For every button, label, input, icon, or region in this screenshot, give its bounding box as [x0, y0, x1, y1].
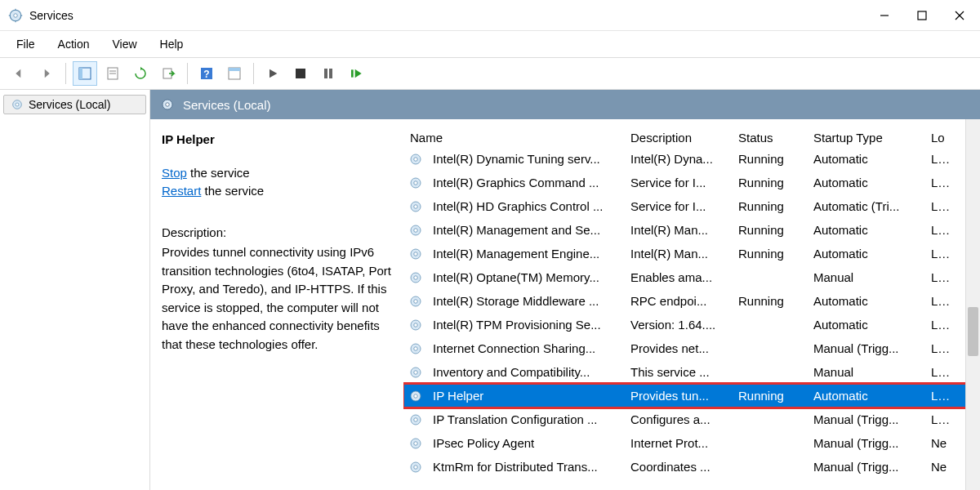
gear-icon — [11, 98, 24, 111]
svg-rect-23 — [351, 69, 354, 77]
service-row[interactable]: Inventory and Compatibility...This servi… — [403, 360, 980, 384]
cell-logon: Loc — [924, 199, 957, 213]
cell-logon: Loc — [924, 223, 957, 237]
cell-startup: Automatic — [807, 152, 924, 166]
column-header-name[interactable]: Name — [403, 131, 624, 145]
column-header-status[interactable]: Status — [732, 131, 807, 145]
export-button[interactable] — [156, 61, 180, 86]
cell-description: Provides net... — [624, 341, 732, 355]
cell-logon: Loc — [924, 341, 957, 355]
stop-service-line: Stop the service — [162, 164, 395, 183]
cell-startup: Automatic (Tri... — [807, 199, 924, 213]
stop-suffix: the service — [187, 166, 250, 180]
stop-service-button[interactable] — [288, 61, 313, 86]
menu-view[interactable]: View — [102, 34, 146, 54]
svg-rect-20 — [296, 69, 305, 78]
service-row[interactable]: Intel(R) Management and Se...Intel(R) Ma… — [403, 218, 980, 242]
restart-service-link[interactable]: Restart — [162, 184, 201, 198]
cell-startup: Manual — [807, 270, 924, 284]
toolbar-separator — [65, 63, 66, 84]
service-row[interactable]: Internet Connection Sharing...Provides n… — [403, 336, 980, 360]
tree-item-services-local[interactable]: Services (Local) — [3, 95, 146, 114]
view-button[interactable] — [222, 61, 247, 86]
help-button[interactable]: ? — [194, 61, 219, 86]
services-app-icon — [8, 8, 23, 23]
pause-service-button[interactable] — [316, 61, 341, 86]
cell-description: Service for I... — [624, 176, 732, 189]
restart-service-button[interactable] — [344, 61, 368, 86]
service-row[interactable]: Intel(R) Management Engine...Intel(R) Ma… — [403, 242, 980, 265]
cell-name: Intel(R) Management and Se... — [426, 223, 624, 237]
cell-description: Version: 1.64.... — [624, 318, 732, 332]
menu-action[interactable]: Action — [48, 34, 100, 54]
svg-point-41 — [414, 299, 418, 303]
gear-icon — [408, 270, 423, 285]
back-button[interactable] — [7, 61, 31, 86]
service-row[interactable]: Intel(R) Optane(TM) Memory...Enables ama… — [403, 265, 980, 289]
main-pane: Services (Local) IP Helper Stop the serv… — [150, 90, 980, 490]
column-header-startup[interactable]: Startup Type — [807, 131, 924, 145]
restart-suffix: the service — [201, 184, 264, 198]
service-row[interactable]: IPsec Policy AgentInternet Prot...Manual… — [403, 431, 980, 455]
vertical-scrollbar[interactable] — [965, 119, 980, 490]
gear-icon — [408, 341, 423, 356]
gear-icon — [408, 436, 423, 451]
stop-service-link[interactable]: Stop — [162, 166, 187, 180]
close-button[interactable] — [941, 2, 978, 29]
cell-status: Running — [732, 247, 807, 261]
cell-status: Running — [732, 294, 807, 308]
cell-description: Internet Prot... — [624, 436, 732, 450]
cell-startup: Manual (Trigg... — [807, 341, 924, 355]
cell-description: Provides tun... — [624, 389, 732, 403]
service-row[interactable]: Intel(R) Dynamic Tuning serv...Intel(R) … — [403, 147, 980, 171]
start-service-button[interactable] — [261, 61, 285, 86]
service-list: Name Description Status Startup Type Lo … — [403, 119, 980, 490]
service-row[interactable]: IP Translation Configuration ...Configur… — [403, 408, 980, 431]
service-row[interactable]: Intel(R) Storage Middleware ...RPC endpo… — [403, 289, 980, 313]
svg-point-1 — [14, 13, 18, 17]
cell-logon: Ne — [924, 460, 957, 474]
menubar: File Action View Help — [0, 31, 980, 57]
gear-icon — [408, 412, 423, 427]
scroll-thumb[interactable] — [968, 307, 978, 356]
description-text: Provides tunnel connectivity using IPv6 … — [162, 243, 395, 354]
cell-logon: Loc — [924, 270, 957, 284]
cell-startup: Manual — [807, 365, 924, 379]
cell-description: RPC endpoi... — [624, 294, 732, 308]
cell-logon: Loc — [924, 294, 957, 308]
service-row[interactable]: Intel(R) HD Graphics Control ...Service … — [403, 194, 980, 218]
cell-logon: Loc — [924, 152, 957, 166]
svg-rect-7 — [918, 11, 926, 20]
cell-description: Intel(R) Man... — [624, 223, 732, 237]
menu-help[interactable]: Help — [150, 34, 194, 54]
service-row[interactable]: Intel(R) TPM Provisioning Se...Version: … — [403, 313, 980, 336]
properties-button[interactable] — [100, 61, 125, 86]
svg-point-39 — [414, 275, 418, 279]
cell-name: Intel(R) Management Engine... — [426, 247, 624, 261]
cell-logon: Loc — [924, 412, 957, 426]
svg-rect-11 — [79, 68, 82, 79]
toolbar-separator — [253, 63, 254, 84]
cell-startup: Manual (Trigg... — [807, 412, 924, 426]
refresh-button[interactable] — [128, 61, 153, 86]
cell-name: Intel(R) Storage Middleware ... — [426, 294, 624, 308]
menu-file[interactable]: File — [7, 34, 45, 54]
cell-name: Intel(R) Graphics Command ... — [426, 176, 624, 189]
column-header-description[interactable]: Description — [624, 131, 732, 145]
service-row[interactable]: IP HelperProvides tun...RunningAutomatic… — [403, 384, 980, 408]
minimize-button[interactable] — [866, 2, 903, 29]
column-header-logon[interactable]: Lo — [924, 131, 957, 145]
forward-button[interactable] — [34, 61, 59, 86]
show-hide-tree-button[interactable] — [73, 61, 97, 86]
cell-logon: Loc — [924, 247, 957, 261]
gear-icon — [408, 247, 423, 261]
service-row[interactable]: Intel(R) Graphics Command ...Service for… — [403, 171, 980, 194]
gear-icon — [408, 223, 423, 238]
gear-icon — [408, 199, 423, 214]
svg-point-43 — [414, 323, 418, 327]
svg-rect-22 — [329, 69, 332, 78]
service-row[interactable]: KtmRm for Distributed Trans...Coordinate… — [403, 455, 980, 479]
cell-startup: Automatic — [807, 318, 924, 332]
titlebar: Services — [0, 0, 980, 31]
maximize-button[interactable] — [903, 2, 941, 29]
